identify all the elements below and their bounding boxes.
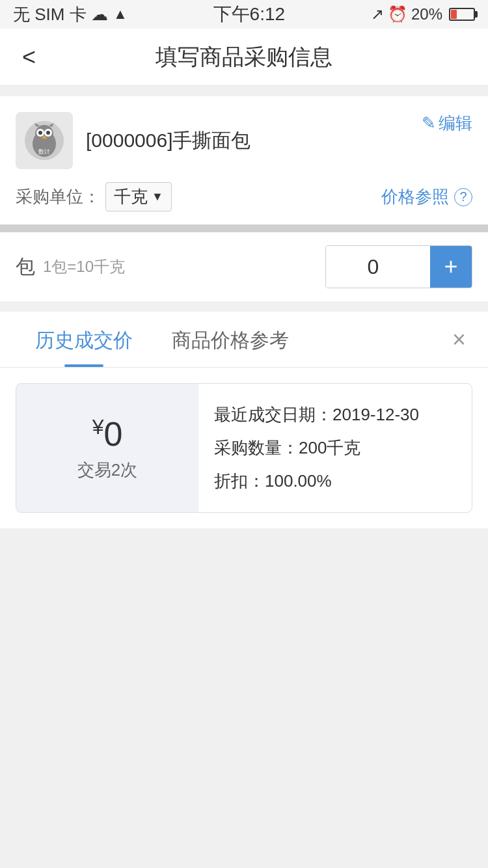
unit-label: 采购单位： — [16, 185, 100, 208]
battery-percent: 20% — [411, 5, 442, 23]
wifi-icon: ▲ — [113, 6, 128, 23]
bottom-space — [0, 528, 488, 868]
location-icon: ↗ — [371, 5, 384, 23]
tab-history-price[interactable]: 历史成交价 — [16, 312, 152, 367]
purchase-qty-label: 采购数量： — [214, 438, 299, 457]
status-bar: 无 SIM 卡 ☁ ▲ 下午6:12 ↗ ⏰ 20% — [0, 0, 488, 29]
help-icon: ? — [454, 188, 472, 206]
battery-icon — [449, 8, 475, 21]
edit-button[interactable]: ✎ 编辑 — [422, 112, 472, 135]
back-button[interactable]: < — [16, 37, 42, 77]
chevron-down-icon: ▼ — [152, 190, 163, 204]
alarm-icon: ⏰ — [388, 5, 407, 23]
currency-symbol: ¥ — [92, 415, 104, 439]
unit-select[interactable]: 千克 ▼ — [105, 182, 172, 211]
recent-date-value: 2019-12-30 — [332, 405, 419, 424]
edit-icon: ✎ — [422, 113, 436, 133]
status-right: ↗ ⏰ 20% — [371, 5, 475, 23]
product-card: 数计 [0000006]手撕面包 ✎ 编辑 采购单位： 千克 ▼ 价格参照 ? — [0, 96, 488, 224]
history-section: ¥0 交易2次 最近成交日期：2019-12-30 采购数量：200千克 折扣：… — [0, 368, 488, 528]
product-thumbnail: 数计 — [16, 112, 73, 169]
quantity-plus-button[interactable]: + — [430, 246, 472, 288]
bag-label: 包 — [16, 254, 35, 280]
history-card: ¥0 交易2次 最近成交日期：2019-12-30 采购数量：200千克 折扣：… — [16, 383, 472, 513]
status-time: 下午6:12 — [213, 2, 286, 27]
svg-text:数计: 数计 — [38, 148, 50, 155]
product-name: [0000006]手撕面包 — [86, 128, 251, 154]
section-divider — [0, 224, 488, 232]
quantity-input-group: + — [325, 245, 472, 288]
quantity-row: 包 1包=10千克 + — [0, 232, 488, 301]
svg-point-5 — [38, 131, 42, 135]
history-details-panel: 最近成交日期：2019-12-30 采购数量：200千克 折扣：100.00% — [198, 384, 472, 512]
discount-label: 折扣： — [214, 471, 265, 491]
purchase-qty-value: 200千克 — [299, 438, 360, 457]
tabs-close-button[interactable]: × — [446, 319, 472, 360]
history-price-value: ¥0 — [92, 414, 123, 454]
sim-label: 无 SIM 卡 ☁ — [13, 3, 108, 26]
tab-product-price-ref[interactable]: 商品价格参考 — [152, 312, 308, 367]
price-amount: 0 — [103, 415, 122, 453]
recent-date-label: 最近成交日期： — [214, 405, 332, 424]
trade-count: 交易2次 — [77, 459, 137, 481]
status-left: 无 SIM 卡 ☁ ▲ — [13, 3, 128, 26]
quantity-input[interactable] — [326, 246, 430, 288]
history-price-panel: ¥0 交易2次 — [16, 384, 198, 512]
recent-date-row: 最近成交日期：2019-12-30 — [214, 403, 456, 426]
nav-bar: < 填写商品采购信息 — [0, 29, 488, 86]
price-ref-button[interactable]: 价格参照 ? — [381, 185, 472, 208]
svg-point-6 — [46, 131, 50, 135]
bag-conversion: 1包=10千克 — [43, 256, 125, 277]
discount-row: 折扣：100.00% — [214, 470, 456, 493]
discount-value: 100.00% — [265, 471, 332, 491]
page-title: 填写商品采购信息 — [156, 42, 332, 72]
tabs-container: 历史成交价 商品价格参考 × — [0, 312, 488, 368]
purchase-qty-row: 采购数量：200千克 — [214, 437, 456, 459]
